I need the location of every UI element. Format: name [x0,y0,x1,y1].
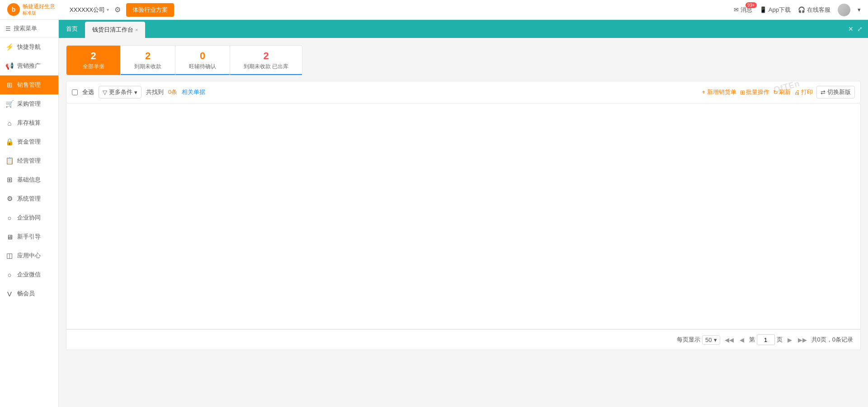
summary-card-shipped[interactable]: 2 到期未收款 已出库 [230,46,302,75]
per-page-value: 50 [705,337,712,343]
logo-icon: b [7,3,20,16]
download-icon: 📱 [760,6,767,13]
tab-home[interactable]: 首页 [59,20,85,38]
sidebar-item-system[interactable]: ⚙ 系统管理 [0,189,58,208]
search-icon: ☰ [5,25,11,32]
page-total-label: 共0页，0条记录 [811,336,853,344]
sidebar-item-guide[interactable]: 🖥 新手引导 [0,227,58,246]
next-page-button[interactable]: ▶ [784,334,795,345]
last-page-button[interactable]: ▶▶ [797,334,808,345]
sidebar-item-marketing[interactable]: 📢 营销推广 [0,56,58,75]
add-order-button[interactable]: + 新增销货单 [702,88,736,96]
sidebar-item-wechat[interactable]: ○ 企业微信 [0,265,58,284]
sidebar-item-operations[interactable]: 📋 经营管理 [0,151,58,170]
related-orders-link[interactable]: 相关单据 [182,88,205,96]
filter-button[interactable]: ▽ 更多条件 ▾ [99,86,142,98]
sidebar-item-label: 库存核算 [17,119,41,127]
sidebar-item-cooperation[interactable]: ○ 企业协同 [0,208,58,227]
first-page-button[interactable]: ◀◀ [724,334,735,345]
per-page-dropdown-icon: ▾ [714,337,717,343]
summary-cards: 2 全部单据 2 到期未收款 0 旺辅待确认 2 到期未收款 已出库 [66,45,302,75]
summary-card-pending[interactable]: 0 旺辅待确认 [175,46,230,75]
user-name-area[interactable]: ▾ [858,6,861,13]
page-number-input[interactable] [757,334,775,345]
app-download-label: App下载 [769,6,791,14]
sidebar-item-inventory[interactable]: ⌂ 库存核算 [0,113,58,132]
sidebar-item-finance[interactable]: 🔒 资金管理 [0,132,58,151]
online-service-button[interactable]: 🎧 在线客服 [798,6,830,14]
active-tab-label: 钱货日清工作台 [92,26,133,34]
message-badge: 99+ [745,2,757,8]
batch-action-button[interactable]: ⊞ 批量操作 [740,88,769,96]
chevron-down-icon: ▾ [858,6,861,13]
tab-minimize-icon[interactable]: ✕ [848,25,854,33]
gear-icon: ⚙ [5,195,14,203]
filter-label: 更多条件 [109,88,132,96]
settings-button[interactable]: ⚙ [114,5,121,14]
summary-card-all[interactable]: 2 全部单据 [66,46,121,75]
card-label-pending: 旺辅待确认 [189,63,216,70]
cart-icon: 🛒 [5,100,14,108]
refresh-button[interactable]: ↻ 刷新 [773,88,791,96]
grid-icon: ⊞ [5,176,14,184]
toolbar: 全选 ▽ 更多条件 ▾ 共找到 0条 相关单据 + 新增销货单 ⊞ 批量操作 ↻… [66,81,861,103]
message-button[interactable]: ✉ 消息 99+ [734,6,752,14]
card-underline-shipped [230,74,302,75]
print-button[interactable]: 🖨 打印 [794,88,813,96]
message-icon: ✉ [734,6,739,13]
sidebar-item-purchase[interactable]: 🛒 采购管理 [0,94,58,113]
switch-version-button[interactable]: ⇄ 切换新版 [816,86,855,98]
sidebar-item-label: 基础信息 [17,176,41,184]
logo-text: 畅捷通好生意 [23,3,55,9]
sidebar-item-app-center[interactable]: ◫ 应用中心 [0,246,58,265]
sidebar: ☰ 搜索菜单 ⚡ 快捷导航 📢 营销推广 ⊞ 销售管理 🛒 采购管理 ⌂ 库存核… [0,20,59,407]
sidebar-item-label: 营销推广 [17,62,41,70]
sidebar-item-member[interactable]: V 畅会员 [0,284,58,303]
prev-page-button[interactable]: ◀ [736,334,747,345]
warehouse-icon: ⌂ [5,119,14,127]
tab-expand-icon[interactable]: ⤢ [857,25,863,33]
filter-dropdown-icon: ▾ [134,89,137,96]
tab-work-bench[interactable]: 钱货日清工作台 × [85,22,145,38]
refresh-icon: ↻ [773,89,778,96]
lock-icon: 🔒 [5,138,14,146]
sidebar-item-quick-nav[interactable]: ⚡ 快捷导航 [0,37,58,56]
card-label-all: 全部单据 [80,63,107,70]
sidebar-item-label: 应用中心 [17,252,41,260]
sidebar-item-label: 经营管理 [17,157,41,165]
found-count: 0条 [168,88,177,96]
tab-close-icon[interactable]: × [135,27,138,33]
header-right: ✉ 消息 99+ 📱 App下载 🎧 在线客服 ▾ [734,4,861,16]
sidebar-item-label: 快捷导航 [17,43,41,51]
sidebar-search[interactable]: ☰ 搜索菜单 [0,20,58,37]
lightning-icon: ⚡ [5,43,14,51]
found-prefix: 共找到 [146,88,164,96]
trial-button[interactable]: 体验行业方案 [126,3,174,17]
card-num-pending: 0 [189,50,216,62]
home-icon: ⊞ [5,81,14,89]
member-icon: V [5,290,14,298]
app-download-button[interactable]: 📱 App下载 [760,6,791,14]
select-all-checkbox[interactable] [72,89,78,95]
tab-bar: 首页 钱货日清工作台 × ✕ ⤢ [59,20,868,38]
company-selector[interactable]: XXXXXX公司 ▾ [70,6,109,14]
top-header: b 畅捷通好生意 标准版 XXXXXX公司 ▾ ⚙ 体验行业方案 ✉ 消息 99… [0,0,868,20]
sidebar-item-sales[interactable]: ⊞ 销售管理 [0,75,58,94]
sidebar-item-label: 企业协同 [17,214,41,222]
pagination: 每页显示 50 ▾ ◀◀ ◀ 第 页 ▶ ▶▶ 共0页，0条记录 [66,329,861,350]
summary-card-overdue[interactable]: 2 到期未收款 [121,46,175,75]
card-underline-pending [175,74,230,75]
sidebar-item-label: 采购管理 [17,100,41,108]
home-tab-label: 首页 [66,25,78,33]
logo-area: b 畅捷通好生意 标准版 [7,3,66,16]
avatar[interactable] [838,4,850,16]
company-dropdown-icon: ▾ [107,7,109,12]
per-page-select[interactable]: 50 ▾ [702,335,720,345]
card-num-all: 2 [80,50,107,62]
main-content: 2 全部单据 2 到期未收款 0 旺辅待确认 2 到期未收款 已出库 全选 ▽ … [59,38,868,407]
filter-icon: ▽ [103,89,107,96]
chat-icon: ○ [5,271,14,279]
monitor-icon: 🖥 [5,233,14,241]
sidebar-item-basic-info[interactable]: ⊞ 基础信息 [0,170,58,189]
sidebar-item-label: 企业微信 [17,271,41,279]
